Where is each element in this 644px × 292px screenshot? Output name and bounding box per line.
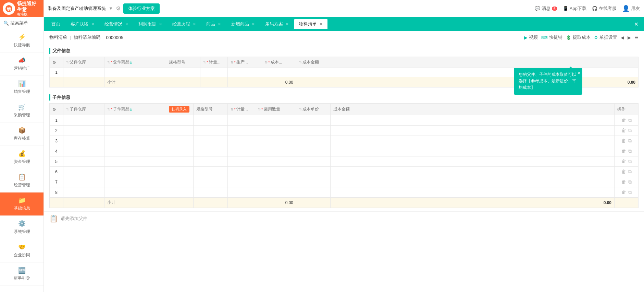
child-row-unit-6[interactable]	[228, 167, 255, 177]
child-row-warehouse-5[interactable]	[63, 156, 104, 167]
parent-row-cost-1[interactable]	[262, 68, 296, 77]
child-row-warehouse-1[interactable]	[63, 115, 104, 126]
child-row-amount-2[interactable]	[331, 126, 615, 136]
sidebar-item-purchase[interactable]: 🛒 采购管理	[0, 99, 44, 122]
parent-row-spec-1[interactable]	[166, 68, 200, 77]
nav-prev-btn[interactable]: ◀	[621, 35, 624, 40]
child-row-product-3[interactable]	[104, 136, 166, 146]
child-row-price-2[interactable]	[296, 126, 331, 136]
child-row-warehouse-8[interactable]	[63, 187, 104, 198]
list-view-btn[interactable]: ☰	[634, 35, 639, 40]
nav-next-btn[interactable]: ▶	[628, 35, 631, 40]
child-row-warehouse-2[interactable]	[63, 126, 104, 136]
child-row-unit-8[interactable]	[228, 187, 255, 198]
child-row-qty-2[interactable]	[255, 126, 296, 136]
child-row-price-1[interactable]	[296, 115, 331, 126]
sidebar-item-finance[interactable]: 💰 资金管理	[0, 146, 44, 169]
child-row-product-6[interactable]	[104, 167, 166, 177]
tab-home[interactable]: 首页	[47, 19, 65, 29]
sidebar-item-system[interactable]: ⚙️ 系统管理	[0, 216, 44, 239]
child-row-price-4[interactable]	[296, 146, 331, 156]
child-row-qty-1[interactable]	[255, 115, 296, 126]
child-row-amount-3[interactable]	[331, 136, 615, 146]
delete-icon-4[interactable]: 🗑	[621, 148, 626, 154]
sidebar-item-sales[interactable]: 📊 销售管理	[0, 76, 44, 99]
sidebar-item-quick-nav[interactable]: ⚡ 快捷导航	[0, 29, 44, 52]
tab-history[interactable]: 经营历程 ✕	[168, 19, 201, 29]
child-row-warehouse-4[interactable]	[63, 146, 104, 156]
online-service-btn[interactable]: 🎧 在线客服	[592, 5, 617, 12]
message-btn[interactable]: 💬 消息 6	[535, 5, 557, 12]
sidebar-item-basic-info[interactable]: 📁 基础信息	[0, 192, 44, 216]
view-btn[interactable]: ▶ 视频	[524, 34, 538, 40]
tab-new-product-close[interactable]: ✕	[252, 22, 255, 26]
tooltip-close-btn[interactable]: ×	[578, 69, 580, 77]
tab-bom-close[interactable]: ✕	[320, 22, 323, 26]
delete-icon-7[interactable]: 🗑	[621, 179, 626, 185]
trial-btn[interactable]: 体验行业方案	[123, 3, 160, 14]
copy-icon-4[interactable]: ⧉	[628, 148, 632, 154]
child-row-warehouse-6[interactable]	[63, 167, 104, 177]
tab-products-close[interactable]: ✕	[218, 22, 221, 26]
cost-btn[interactable]: 💲 提取成本	[566, 34, 591, 40]
child-row-unit-7[interactable]	[228, 177, 255, 187]
sidebar-item-operations[interactable]: 📋 经营管理	[0, 169, 44, 192]
tab-customer-close[interactable]: ✕	[91, 22, 94, 26]
delete-icon-2[interactable]: 🗑	[621, 128, 626, 133]
child-row-price-6[interactable]	[296, 167, 331, 177]
search-menu[interactable]: 🔍 搜索菜单	[0, 17, 44, 29]
copy-icon-3[interactable]: ⧉	[628, 138, 632, 144]
copy-icon-1[interactable]: ⧉	[628, 117, 632, 123]
child-row-spec-5[interactable]	[194, 156, 228, 167]
child-row-spec-6[interactable]	[194, 167, 228, 177]
tab-history-close[interactable]: ✕	[193, 22, 196, 26]
child-row-product-1[interactable]	[104, 115, 166, 126]
child-row-spec-1[interactable]	[194, 115, 228, 126]
settings-btn[interactable]: ⚙ 单据设置	[594, 34, 617, 40]
tab-ops-status-close[interactable]: ✕	[125, 22, 128, 26]
child-row-product-8[interactable]	[104, 187, 166, 198]
child-row-amount-1[interactable]	[331, 115, 615, 126]
child-row-qty-6[interactable]	[255, 167, 296, 177]
sidebar-item-guide[interactable]: 🆕 新手引导	[0, 262, 44, 286]
child-row-amount-6[interactable]	[331, 167, 615, 177]
delete-icon-1[interactable]: 🗑	[621, 117, 626, 123]
tab-bom[interactable]: 物料清单 ✕	[294, 19, 327, 29]
sidebar-item-inventory[interactable]: 📦 库存核算	[0, 122, 44, 146]
close-all-tabs-btn[interactable]: ✕	[631, 20, 641, 29]
child-row-amount-7[interactable]	[331, 177, 615, 187]
child-row-product-2[interactable]	[104, 126, 166, 136]
tab-profit[interactable]: 利润报告 ✕	[134, 19, 167, 29]
copy-icon-7[interactable]: ⧉	[628, 179, 632, 185]
child-row-product-4[interactable]	[104, 146, 166, 156]
delete-icon-6[interactable]: 🗑	[621, 169, 626, 175]
child-row-spec-4[interactable]	[194, 146, 228, 156]
child-row-amount-5[interactable]	[331, 156, 615, 167]
copy-icon-5[interactable]: ⧉	[628, 159, 632, 164]
child-row-spec-3[interactable]	[194, 136, 228, 146]
delete-icon-5[interactable]: 🗑	[621, 159, 626, 164]
child-row-unit-4[interactable]	[228, 146, 255, 156]
parent-row-produce-1[interactable]	[228, 68, 262, 77]
tab-new-product[interactable]: 新增商品 ✕	[226, 19, 260, 29]
child-row-amount-4[interactable]	[331, 146, 615, 156]
child-row-product-5[interactable]	[104, 156, 166, 167]
child-row-spec-7[interactable]	[194, 177, 228, 187]
copy-icon-2[interactable]: ⧉	[628, 128, 632, 133]
tab-barcode[interactable]: 条码方案 ✕	[260, 19, 294, 29]
scan-btn[interactable]: 扫码录入	[169, 106, 189, 113]
settings-col-icon[interactable]: ⚙	[52, 60, 56, 65]
child-row-warehouse-3[interactable]	[63, 136, 104, 146]
copy-icon-8[interactable]: ⧉	[628, 189, 632, 195]
child-row-qty-3[interactable]	[255, 136, 296, 146]
child-row-qty-5[interactable]	[255, 156, 296, 167]
parent-row-warehouse-1[interactable]	[63, 68, 104, 77]
tab-customer[interactable]: 客户联络 ✕	[66, 19, 99, 29]
shortcut-btn[interactable]: ⌨ 快捷键	[541, 34, 562, 40]
user-btn[interactable]: 👤 用友	[622, 5, 640, 12]
child-row-qty-7[interactable]	[255, 177, 296, 187]
child-row-warehouse-7[interactable]	[63, 177, 104, 187]
tab-ops-status[interactable]: 经营情况 ✕	[100, 19, 133, 29]
child-row-unit-5[interactable]	[228, 156, 255, 167]
child-row-unit-2[interactable]	[228, 126, 255, 136]
